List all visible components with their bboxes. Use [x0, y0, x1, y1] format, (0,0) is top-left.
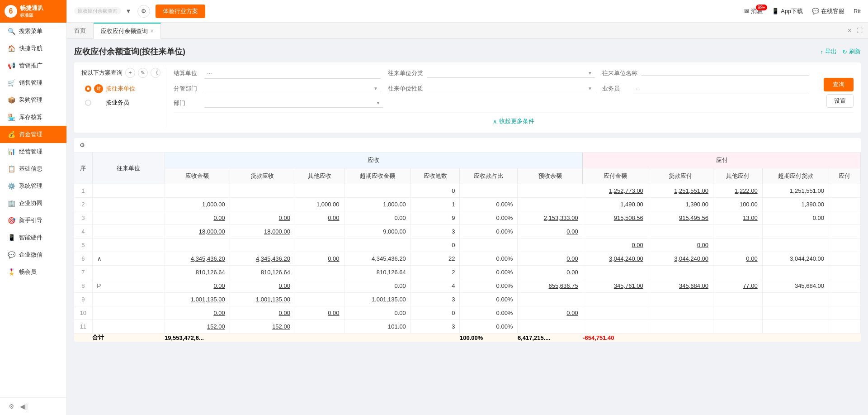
sidebar-item-search[interactable]: 🔍 搜索菜单: [0, 23, 66, 40]
cell-ar-other[interactable]: 1,000.00: [295, 198, 344, 211]
filter-input-partner-cat[interactable]: ▼: [427, 69, 595, 78]
tab-home[interactable]: 首页: [67, 23, 94, 39]
sidebar-item-member[interactable]: 🎖️ 畅会员: [0, 263, 66, 281]
cell-ar-prepay[interactable]: 655,636.75: [518, 279, 583, 293]
filter-input-partner-nature[interactable]: ▼: [427, 84, 595, 93]
filter-input-settlement[interactable]: ···: [204, 68, 381, 79]
cell-ar-other[interactable]: 0.00: [295, 252, 344, 266]
settings-button[interactable]: 设置: [826, 94, 854, 108]
sidebar-gear-icon[interactable]: ⚙: [7, 402, 15, 410]
topbar-message-button[interactable]: ✉ 消息 99+: [744, 7, 763, 15]
cell-ar-amount[interactable]: 152.00: [165, 320, 230, 334]
cell-ar-loan[interactable]: 0.00: [230, 306, 295, 320]
sidebar-collapse-icon[interactable]: ◀‖: [20, 402, 28, 410]
sidebar-item-sales[interactable]: 🛒 销售管理: [0, 74, 66, 91]
topbar-app-download[interactable]: 📱 App下载: [772, 7, 803, 15]
sidebar-item-guide[interactable]: 🎯 新手引导: [0, 212, 66, 229]
refresh-button[interactable]: ↻ 刷新: [842, 48, 861, 56]
cell-ap-other[interactable]: 0.00: [713, 252, 763, 266]
sidebar-item-inventory[interactable]: 🏪 库存核算: [0, 109, 66, 126]
cell-ap-amount: [583, 266, 648, 279]
cell-ar-prepay[interactable]: 0.00: [518, 252, 583, 266]
cell-ap-loan[interactable]: 345,684.00: [648, 279, 713, 293]
cell-ap-amount[interactable]: 1,252,773.00: [583, 184, 648, 198]
cell-ar-loan[interactable]: 18,000.00: [230, 225, 295, 239]
table-row: 30.000.000.000.0090.00%2,153,333.00915,5…: [74, 211, 861, 225]
collapse-up-icon: ∧: [493, 118, 497, 125]
cell-ar-amount[interactable]: 1,000.00: [165, 198, 230, 211]
cell-ar-other[interactable]: 0.00: [295, 211, 344, 225]
table-settings-icon[interactable]: ⚙: [80, 142, 85, 148]
sidebar-item-operation[interactable]: 📊 经营管理: [0, 143, 66, 160]
filter-input-dept[interactable]: ▼: [204, 84, 381, 93]
cell-ar-other[interactable]: 0.00: [295, 306, 344, 320]
sidebar-item-capital[interactable]: 💰 资金管理: [0, 126, 66, 143]
cell-ar-count: 3: [410, 225, 460, 239]
cell-ap-loan[interactable]: 3,044,240.00: [648, 252, 713, 266]
sidebar-item-system[interactable]: ⚙️ 系统管理: [0, 177, 66, 195]
cell-ar-amount[interactable]: 0.00: [165, 306, 230, 320]
cell-ar-prepay[interactable]: 0.00: [518, 225, 583, 239]
scheme-edit-button[interactable]: ✎: [138, 68, 148, 78]
cell-ar-loan[interactable]: 4,345,436.20: [230, 252, 295, 266]
cell-ap-other[interactable]: 13.00: [713, 211, 763, 225]
cell-partner: [92, 266, 165, 279]
tab-ar-ap[interactable]: 应收应付余额查询 ×: [94, 23, 161, 39]
collapse-more-button[interactable]: ∧ 收起更多条件: [174, 115, 854, 127]
topbar-online-service[interactable]: 💬 在线客服: [812, 7, 844, 15]
cell-ap-amount[interactable]: 915,508.56: [583, 211, 648, 225]
topbar-user[interactable]: Rit: [854, 8, 861, 14]
sidebar-item-purchase[interactable]: 📦 采购管理: [0, 91, 66, 109]
cell-ar-loan[interactable]: 810,126.64: [230, 266, 295, 279]
query-button[interactable]: 查询: [824, 78, 854, 91]
cell-ap-loan[interactable]: 1,251,551.00: [648, 184, 713, 198]
cell-ar-loan[interactable]: 0.00: [230, 211, 295, 225]
scheme-option-by-unit[interactable]: 财 按往来单位: [81, 82, 160, 95]
topbar-dropdown-icon[interactable]: ▼: [125, 8, 132, 15]
cell-ap-other[interactable]: 1,222.00: [713, 184, 763, 198]
cell-ar-amount[interactable]: 18,000.00: [165, 225, 230, 239]
cell-ap-amount[interactable]: 345,761.00: [583, 279, 648, 293]
export-button[interactable]: ↑ 导出: [821, 48, 837, 56]
tab-ar-ap-close-icon[interactable]: ×: [151, 29, 153, 34]
cell-ap-other[interactable]: 100.00: [713, 198, 763, 211]
scheme-add-button[interactable]: +: [125, 68, 135, 78]
filter-input-subdept[interactable]: ▼: [204, 99, 383, 108]
scheme-option-by-staff[interactable]: 按业务员: [81, 97, 160, 109]
cell-ap-overdue: 1,251,551.00: [762, 184, 829, 198]
cell-ar-amount[interactable]: 4,345,436.20: [165, 252, 230, 266]
cell-ap-loan[interactable]: 1,390.00: [648, 198, 713, 211]
cell-ap-more: [829, 320, 860, 334]
cell-ap-amount[interactable]: 1,490.00: [583, 198, 648, 211]
cell-ar-prepay[interactable]: 0.00: [518, 266, 583, 279]
cell-ar-amount[interactable]: 0.00: [165, 279, 230, 293]
tabbar-expand-icon[interactable]: ⛶: [857, 27, 863, 34]
cell-ar-amount[interactable]: 810,126.64: [165, 266, 230, 279]
cell-ar-prepay[interactable]: 0.00: [518, 306, 583, 320]
sidebar-item-quick[interactable]: 🏠 快捷导航: [0, 40, 66, 57]
cell-ap-loan[interactable]: 0.00: [648, 239, 713, 252]
cell-ar-prepay[interactable]: 2,153,333.00: [518, 211, 583, 225]
sidebar-item-basic[interactable]: 📋 基础信息: [0, 160, 66, 177]
filter-input-salesperson[interactable]: ···: [633, 83, 809, 94]
sidebar-item-marketing[interactable]: 📢 营销推广: [0, 57, 66, 74]
scheme-collapse-button[interactable]: 《: [151, 68, 160, 78]
sidebar-item-wechat[interactable]: 💬 企业微信: [0, 246, 66, 263]
cell-ar-amount[interactable]: 1,001,135.00: [165, 293, 230, 306]
topbar-gear-button[interactable]: ⚙: [137, 5, 150, 18]
tabbar-close-icon[interactable]: ✕: [847, 27, 852, 34]
cell-ar-loan[interactable]: 1,001,135.00: [230, 293, 295, 306]
cell-ap-other[interactable]: 77.00: [713, 279, 763, 293]
cell-ap-amount[interactable]: 3,044,240.00: [583, 252, 648, 266]
sidebar-item-hardware[interactable]: 📱 智能硬件: [0, 229, 66, 246]
cell-ap-loan[interactable]: 915,495.56: [648, 211, 713, 225]
filter-arrow-subdept: ▼: [376, 100, 380, 105]
filter-input-partner-name[interactable]: [641, 72, 809, 76]
sidebar-item-corp[interactable]: 🏢 企业协同: [0, 195, 66, 212]
th-ar-group: 应收: [165, 153, 583, 168]
cell-ap-amount[interactable]: 0.00: [583, 239, 648, 252]
cell-ar-loan[interactable]: 152.00: [230, 320, 295, 334]
industry-solution-button[interactable]: 体验行业方案: [156, 5, 205, 18]
cell-ar-amount[interactable]: 0.00: [165, 211, 230, 225]
cell-ar-loan[interactable]: 0.00: [230, 279, 295, 293]
